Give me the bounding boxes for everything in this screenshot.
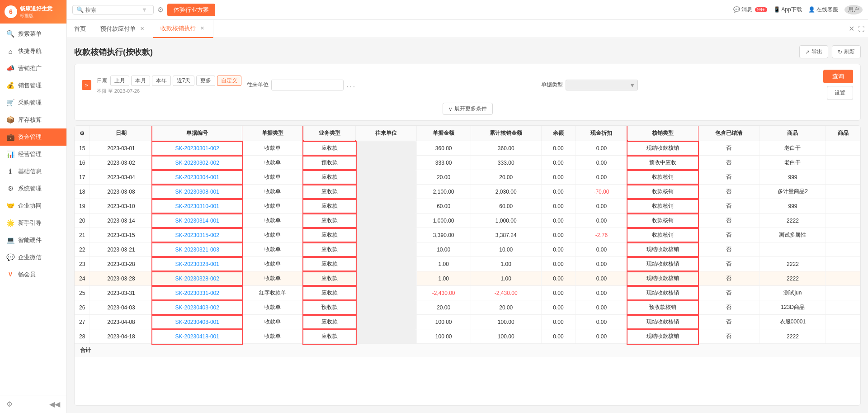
sidebar-item-member[interactable]: V 畅会员: [0, 266, 66, 283]
tab-prepay[interactable]: 预付款应付单 ✕: [93, 20, 153, 38]
expand-conditions-button[interactable]: ∨ 展开更多条件: [443, 103, 493, 115]
bill-no-link[interactable]: SK-20230301-002: [175, 145, 219, 152]
refresh-button[interactable]: ↻ 刷新: [832, 45, 861, 58]
cell-bill-no[interactable]: SK-20230304-001: [152, 170, 242, 185]
table-scroll[interactable]: ⚙ 日期 单据编号 单据类型 业务类型 往来单位 单据金额 累计核销金额 余额 …: [75, 126, 860, 405]
cell-bill-no[interactable]: SK-20230301-002: [152, 141, 242, 156]
cell-bill-no[interactable]: SK-20230314-001: [152, 214, 242, 228]
sidebar-settings-icon[interactable]: ⚙: [6, 400, 13, 408]
bill-no-link[interactable]: SK-20230302-002: [175, 160, 219, 166]
topbar-search-input[interactable]: [85, 7, 140, 13]
bill-no-link[interactable]: SK-20230418-001: [175, 333, 219, 340]
cell-bill-no[interactable]: SK-20230408-001: [152, 315, 242, 329]
cell-balance: 0.00: [541, 329, 575, 344]
cell-partner: [356, 141, 416, 156]
filter-billtype-select[interactable]: [566, 80, 638, 90]
cell-discount: 0.00: [576, 156, 628, 170]
messages-icon[interactable]: 💬 消息 99+: [733, 6, 767, 14]
sidebar-item-purchase[interactable]: 🛒 采购管理: [0, 94, 66, 111]
cell-bill-type: 收款单: [242, 257, 303, 271]
cell-biz-type: 预收款: [303, 300, 356, 315]
sidebar-item-wechat[interactable]: 💬 企业微信: [0, 249, 66, 266]
cell-bill-no[interactable]: SK-20230328-001: [152, 257, 242, 271]
filter-btn-7days[interactable]: 近7天: [173, 76, 195, 86]
logo-text-main: 畅康道好生意: [20, 5, 52, 13]
filter-btn-lastmonth[interactable]: 上月: [110, 76, 129, 86]
sidebar-item-finance[interactable]: 💼 资金管理: [0, 128, 66, 146]
cell-has-settled: 否: [698, 271, 760, 286]
bill-no-link[interactable]: SK-20230321-003: [175, 247, 219, 253]
setting-button[interactable]: 设置: [827, 86, 853, 100]
sidebar-item-inventory[interactable]: 📦 库存核算: [0, 111, 66, 128]
bill-no-link[interactable]: SK-20230408-001: [175, 319, 219, 325]
tab-collection-close[interactable]: ✕: [198, 25, 206, 32]
topbar-gear-icon[interactable]: ⚙: [157, 5, 164, 14]
industry-solution-button[interactable]: 体验行业方案: [167, 4, 215, 16]
sidebar-item-sales[interactable]: 💰 销售管理: [0, 77, 66, 94]
bill-no-link[interactable]: SK-20230403-002: [175, 304, 219, 311]
filter-btn-more[interactable]: 更多: [196, 76, 215, 86]
filter-expand-arrow[interactable]: »: [82, 80, 91, 90]
th-gear[interactable]: ⚙: [75, 126, 90, 141]
sidebar-item-search[interactable]: 🔍 搜索菜单: [0, 25, 66, 43]
sidebar-item-basics[interactable]: ℹ 基础信息: [0, 163, 66, 180]
cell-bill-no[interactable]: SK-20230328-002: [152, 271, 242, 286]
filter-btn-thisyear[interactable]: 本年: [152, 76, 171, 86]
cell-discount: -2.76: [576, 228, 628, 242]
sidebar-item-operation[interactable]: 📊 经营管理: [0, 146, 66, 163]
cell-bill-no[interactable]: SK-20230308-001: [152, 185, 242, 199]
sidebar-collapse-icon[interactable]: ◀◀: [49, 400, 60, 408]
filter-partner-input[interactable]: [271, 80, 344, 90]
bill-no-link[interactable]: SK-20230315-002: [175, 232, 219, 238]
filter-btn-thismonth[interactable]: 本月: [131, 76, 150, 86]
export-button[interactable]: ↗ 导出: [799, 45, 828, 58]
bill-no-link[interactable]: SK-20230331-002: [175, 290, 219, 296]
filter-btn-custom[interactable]: 自定义: [217, 76, 241, 86]
sidebar-item-marketing[interactable]: 📣 营销推广: [0, 60, 66, 77]
cell-num: 18: [75, 185, 90, 199]
th-balance: 余额: [541, 126, 575, 141]
cell-biz-type: 应收款: [303, 199, 356, 214]
sidebar-item-hardware[interactable]: 💻 智能硬件: [0, 232, 66, 249]
topbar-dropdown-icon[interactable]: ▼: [142, 6, 147, 13]
tab-prepay-close[interactable]: ✕: [138, 25, 146, 33]
bill-no-link[interactable]: SK-20230304-001: [175, 174, 219, 180]
cell-goods2: [826, 329, 860, 344]
sidebar-item-system[interactable]: ⚙ 系统管理: [0, 180, 66, 197]
cell-bill-no[interactable]: SK-20230403-002: [152, 300, 242, 315]
cell-bill-no[interactable]: SK-20230302-002: [152, 156, 242, 170]
cell-cancel-type: 收款核销: [627, 170, 698, 185]
cell-bill-no[interactable]: SK-20230310-001: [152, 199, 242, 214]
cell-bill-no[interactable]: SK-20230321-003: [152, 242, 242, 257]
export-icon: ↗: [805, 49, 810, 55]
online-service-link[interactable]: 👤 在线客服: [808, 6, 838, 14]
bill-no-link[interactable]: SK-20230314-001: [175, 218, 219, 224]
cell-bill-no[interactable]: SK-20230418-001: [152, 329, 242, 344]
wechat-icon: 💬: [6, 253, 14, 261]
tab-close-all-icon[interactable]: ✕: [849, 24, 854, 33]
sidebar-item-label: 搜索菜单: [18, 30, 42, 38]
bill-no-link[interactable]: SK-20230328-001: [175, 261, 219, 267]
user-avatar[interactable]: 用户: [844, 5, 863, 14]
cell-bill-no[interactable]: SK-20230315-002: [152, 228, 242, 242]
cell-discount: 0.00: [576, 286, 628, 300]
cell-biz-type: 应收款: [303, 185, 356, 199]
tab-maximize-icon[interactable]: ⛶: [858, 25, 864, 33]
tabbar-actions: ✕ ⛶: [849, 24, 868, 33]
query-button[interactable]: 查询: [823, 70, 853, 83]
cell-amount: 60.00: [416, 199, 471, 214]
sidebar-item-guide[interactable]: 🌟 新手引导: [0, 214, 66, 232]
sidebar-item-quicknav[interactable]: ⌂ 快捷导航: [0, 43, 66, 60]
cell-bill-no[interactable]: SK-20230331-002: [152, 286, 242, 300]
bill-no-link[interactable]: SK-20230328-002: [175, 275, 219, 282]
tab-home[interactable]: 首页: [67, 20, 93, 38]
tab-collection[interactable]: 收款核销执行 ✕: [153, 20, 213, 38]
cell-biz-type: 应收款: [303, 315, 356, 329]
app-download-link[interactable]: 📱 App下载: [774, 6, 802, 14]
bill-no-link[interactable]: SK-20230308-001: [175, 189, 219, 195]
column-settings-icon[interactable]: ⚙: [80, 130, 85, 137]
cell-has-settled: 否: [698, 185, 760, 199]
sidebar-item-enterprise[interactable]: 🤝 企业协同: [0, 197, 66, 214]
cell-goods2: [826, 214, 860, 228]
bill-no-link[interactable]: SK-20230310-001: [175, 203, 219, 209]
